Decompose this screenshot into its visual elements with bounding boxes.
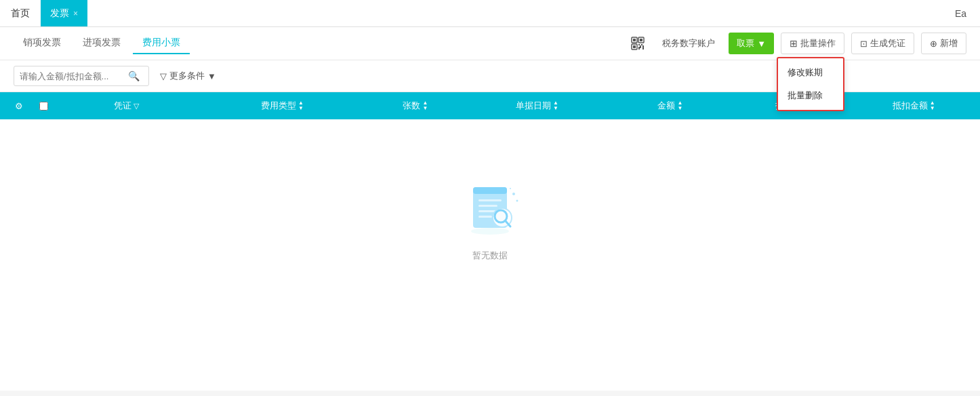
svg-rect-18 [478, 216, 492, 218]
home-label: 首页 [11, 7, 30, 20]
invoice-tab[interactable]: 发票 × [41, 0, 87, 26]
tax-account-button[interactable]: 税务数字账户 [655, 33, 722, 54]
batch-icon: ⊞ [790, 38, 798, 49]
svg-rect-7 [641, 44, 642, 45]
filter-icon: ▽ [160, 71, 167, 81]
batch-wrap: ⊞ 批量操作 修改账期 批量删除 [781, 33, 844, 54]
empty-text: 暂无数据 [472, 250, 508, 262]
svg-point-24 [510, 188, 511, 189]
svg-rect-6 [638, 44, 640, 45]
dropdown-item-modify-period-label: 修改账期 [788, 67, 823, 77]
th-date: 单据日期 ▲▼ [465, 100, 609, 112]
content-area: 暂无数据 [0, 119, 980, 391]
th-expense-type-label: 费用类型 [261, 100, 296, 112]
th-voucher: 凭证 ▽ [54, 100, 199, 112]
th-deduct-amount: 抵扣金额 ▲▼ [853, 100, 975, 112]
tab-feiyong-label: 费用小票 [142, 37, 180, 47]
svg-rect-3 [640, 39, 642, 41]
add-button[interactable]: ⊕ 新增 [921, 33, 966, 54]
dropdown-item-batch-delete[interactable]: 批量删除 [778, 84, 843, 107]
svg-rect-14 [473, 187, 507, 194]
search-input[interactable] [20, 71, 128, 81]
invoice-tab-label: 发票 [50, 7, 69, 20]
add-label: 新增 [940, 37, 958, 50]
th-count-label: 张数 [403, 100, 420, 112]
empty-illustration [456, 174, 524, 241]
svg-rect-10 [638, 47, 641, 48]
empty-state: 暂无数据 [0, 119, 980, 289]
svg-rect-8 [640, 45, 641, 47]
search-icon[interactable]: 🔍 [128, 71, 140, 81]
svg-point-22 [512, 193, 515, 195]
svg-rect-15 [478, 199, 502, 201]
svg-rect-9 [642, 45, 644, 50]
tax-account-label: 税务数字账户 [662, 37, 715, 50]
gear-icon: ⚙ [15, 101, 23, 111]
sort-expense-type[interactable]: ▲▼ [298, 100, 304, 111]
more-conditions-button[interactable]: ▽ 更多条件 ▼ [160, 70, 216, 82]
svg-rect-11 [638, 48, 640, 50]
qr-icon [630, 36, 645, 51]
dropdown-item-batch-delete-label: 批量删除 [788, 90, 823, 100]
th-date-label: 单据日期 [516, 100, 551, 112]
quepiao-button[interactable]: 取票 ▼ [729, 33, 774, 54]
th-expense-type: 费用类型 ▲▼ [199, 100, 366, 112]
th-amount-label: 金额 [657, 100, 675, 112]
th-deduct-amount-label: 抵扣金额 [893, 100, 928, 112]
qr-icon-button[interactable] [627, 33, 649, 54]
sort-amount[interactable]: ▲▼ [677, 100, 682, 111]
close-tab-icon[interactable]: × [73, 9, 78, 18]
generate-icon: ⊡ [860, 39, 867, 49]
th-gear[interactable]: ⚙ [5, 101, 33, 111]
th-count: 张数 ▲▼ [366, 100, 465, 112]
sort-date[interactable]: ▲▼ [553, 100, 558, 111]
generate-button[interactable]: ⊡ 生成凭证 [851, 33, 914, 54]
select-all-checkbox[interactable] [39, 102, 48, 111]
th-voucher-label: 凭证 [114, 100, 131, 112]
search-input-wrap: 🔍 [14, 66, 149, 86]
generate-label: 生成凭证 [870, 37, 905, 50]
dropdown-item-modify-period[interactable]: 修改账期 [778, 61, 843, 84]
home-tab[interactable]: 首页 [0, 0, 41, 26]
batch-button[interactable]: ⊞ 批量操作 [781, 33, 844, 54]
tab-jinxiang[interactable]: 进项发票 [73, 33, 130, 54]
svg-rect-1 [633, 39, 636, 41]
more-conditions-arrow: ▼ [207, 71, 216, 81]
th-voucher-filter-icon[interactable]: ▽ [134, 102, 139, 111]
top-nav: 首页 发票 × Ea [0, 0, 980, 27]
add-icon: ⊕ [930, 39, 937, 49]
tab-xiaoxiang-label: 销项发票 [23, 37, 61, 47]
quepiao-label: 取票 [737, 37, 754, 50]
tab-jinxiang-label: 进项发票 [83, 37, 121, 47]
svg-point-23 [516, 200, 518, 202]
batch-dropdown-menu: 修改账期 批量删除 [777, 57, 844, 111]
tab-xiaoxiang[interactable]: 销项发票 [14, 33, 70, 54]
batch-label: 批量操作 [800, 37, 836, 50]
quepiao-drop-arrow[interactable]: ▼ [757, 39, 766, 49]
svg-rect-16 [478, 205, 497, 207]
sort-deduct-amount[interactable]: ▲▼ [930, 100, 935, 111]
th-checkbox[interactable] [33, 102, 54, 111]
svg-rect-5 [633, 45, 636, 48]
top-right-text: Ea [955, 8, 980, 19]
more-conditions-label: 更多条件 [169, 70, 205, 82]
toolbar-right: 税务数字账户 取票 ▼ ⊞ 批量操作 修改账期 批量删除 [627, 33, 966, 54]
th-amount: 金额 ▲▼ [609, 100, 731, 112]
toolbar: 销项发票 进项发票 费用小票 税务数字 [0, 27, 980, 60]
sort-count[interactable]: ▲▼ [422, 100, 428, 111]
svg-point-12 [471, 228, 509, 235]
tab-feiyong[interactable]: 费用小票 [133, 33, 190, 54]
